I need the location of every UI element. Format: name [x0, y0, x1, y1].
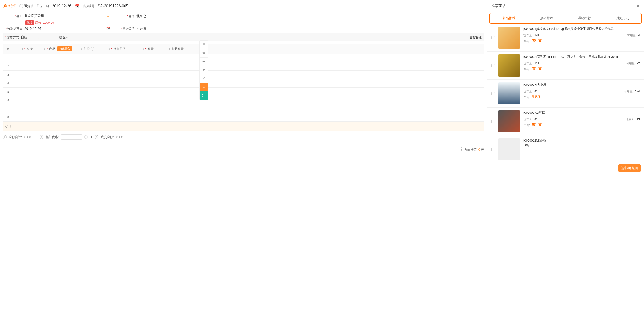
col-warehouse-label: 仓库 — [27, 47, 33, 51]
warehouse-input[interactable]: 北京仓 — [136, 13, 164, 19]
radio-sales-label: 销货单 — [8, 4, 17, 8]
minus-icon: — — [34, 135, 37, 139]
tab-0[interactable]: 新品推荐 — [490, 13, 528, 23]
invoice-type-input[interactable]: 不开票 — [136, 26, 164, 32]
calendar-icon[interactable]: 📅 — [106, 27, 111, 31]
checkbox[interactable] — [491, 92, 495, 95]
help-icon[interactable]: ? — [84, 135, 88, 139]
product-item[interactable]: [0000001]华美华夫软饼1200g 糕点零食小吃手撕面包早餐休闲食品 现存… — [487, 24, 644, 52]
tab-1[interactable]: 热销推荐 — [528, 13, 566, 23]
rail-yen-icon[interactable]: ¥ — [200, 74, 208, 83]
date-label: 单据日期 — [36, 4, 49, 8]
checkbox[interactable] — [491, 148, 495, 151]
col-price-label: 单价 — [84, 47, 90, 51]
stock-label: 现存量:111 — [524, 62, 539, 66]
product-name: [00000071]草莓 — [524, 110, 640, 115]
price-value: 90.00 — [532, 67, 542, 71]
col-product[interactable]: ▲▼ *商品 扫码录入 — [41, 44, 75, 54]
product-item[interactable]: [0000002]费列罗（FERRERO）巧克力礼盒装生日礼物礼盒装01-300… — [487, 52, 644, 80]
footer-line: ◎ 商品种类: 0 种 — [3, 147, 484, 151]
product-thumbnail — [498, 55, 520, 77]
tab-2[interactable]: 滞销推荐 — [566, 13, 604, 23]
rail-star-icon[interactable]: ☆ — [200, 83, 208, 91]
col-unit[interactable]: ▲▼ *销售单位 — [100, 44, 134, 54]
checkbox[interactable] — [491, 120, 495, 123]
customer-more-icon[interactable]: ••• — [107, 14, 111, 18]
warehouse-label: 仓库 — [128, 14, 134, 18]
settle-badge: 现结 — [25, 21, 34, 25]
rail-swap-icon[interactable]: ⇆ — [200, 58, 208, 66]
date-value[interactable]: 2019-12-26 — [52, 4, 71, 8]
price-row: 单价:90.00 — [524, 67, 640, 71]
sort-icon: ▲▼ — [21, 48, 23, 51]
checkbox[interactable] — [491, 64, 495, 67]
avail-value: 274 — [635, 90, 640, 93]
tab-underline — [492, 23, 527, 24]
picker-label: 提货人 — [59, 35, 68, 40]
gear-icon[interactable]: ⚙ — [6, 47, 10, 51]
equals-icon: = — [90, 135, 92, 139]
deal-label: 成交金额: — [101, 135, 114, 139]
table-row[interactable]: 2 — [3, 62, 484, 71]
col-price[interactable]: ▲▼ 单价 ? — [75, 44, 100, 54]
avail-value: 4 — [638, 34, 640, 37]
customer-input[interactable]: 新盛商贸公司 — [24, 13, 107, 19]
kinds-suffix: 种 — [481, 147, 484, 151]
total-label: 金额合计: — [9, 135, 22, 139]
deal-icon: ⊛ — [95, 135, 98, 139]
product-item[interactable]: [0000007]火龙果 现存量:410 可用量:274 单价:5.50 — [487, 80, 644, 108]
select-return-button[interactable]: 选中(0) 返回 — [618, 164, 641, 172]
delivery-method-select[interactable]: 自提 ⌄ — [21, 35, 40, 40]
price-row: 单价:38.00 — [524, 39, 640, 44]
calendar-icon[interactable]: 📅 — [74, 4, 79, 8]
yen-icon: ¥ — [3, 135, 6, 139]
rail-discount-icon[interactable]: ⊘ — [200, 66, 208, 74]
product-thumbnail — [498, 110, 520, 132]
form-header: 销货单 退货单 单据日期 2019-12-26 📅 单据编号 SA-201912… — [3, 2, 484, 10]
col-pkg-label: 包装数量 — [172, 47, 184, 51]
doc-no-label: 单据编号 — [82, 4, 94, 8]
panel-title: 推荐商品 — [491, 4, 506, 8]
radio-sales-order[interactable]: 销货单 — [3, 4, 17, 8]
due-date-input[interactable]: 2019-12-26 — [24, 26, 106, 32]
table-row[interactable]: 7 — [3, 105, 484, 113]
doc-type-radio-group: 销货单 退货单 — [3, 4, 33, 8]
rail-link-icon[interactable]: ⌘ — [200, 49, 208, 58]
checkbox[interactable] — [491, 36, 495, 40]
rail-expand-icon[interactable]: ⛶ — [200, 91, 208, 100]
avail-label: 可用量:13 — [626, 117, 640, 121]
table-row[interactable]: 6 — [3, 96, 484, 105]
avail-label: 可用量:274 — [624, 90, 640, 94]
table-row[interactable]: 8 — [3, 113, 484, 121]
chevron-down-icon: ⌄ — [37, 36, 40, 39]
table-row[interactable]: 4 — [3, 79, 484, 88]
help-icon[interactable]: ? — [91, 47, 94, 51]
col-pkg[interactable]: ▲▼ 包装数量 — [162, 44, 190, 54]
close-icon[interactable]: ✕ — [636, 3, 640, 9]
total-value: 0.00 — [24, 135, 31, 139]
product-item[interactable]: [00000071]草莓 现存量:41 可用量:13 单价:60.00 — [487, 108, 644, 135]
price-value: 5.50 — [532, 94, 540, 99]
product-item[interactable]: [0000012]水晶梨50斤 — [487, 135, 644, 162]
sort-icon: ▲▼ — [44, 48, 46, 51]
discount-input[interactable] — [61, 134, 82, 140]
price-value: 60.00 — [532, 122, 542, 127]
rail-doc-icon[interactable]: ☰ — [200, 41, 208, 49]
stock-label: 现存量:141 — [524, 34, 539, 38]
table-row[interactable]: 5 — [3, 88, 484, 96]
avail-value: -2 — [637, 62, 640, 65]
scan-button[interactable]: 扫码录入 — [57, 47, 72, 52]
sort-icon: ▲▼ — [81, 48, 83, 51]
radio-return-label: 退货单 — [24, 4, 33, 8]
tab-3[interactable]: 浏览历史 — [604, 13, 641, 23]
col-qty[interactable]: ▲▼ *数量 — [134, 44, 162, 54]
table-row[interactable]: 3 — [3, 71, 484, 79]
table-row[interactable]: 1 — [3, 54, 484, 62]
radio-checked-icon — [3, 4, 6, 8]
col-unit-label: 销售单位 — [114, 47, 126, 51]
stock-value: 41 — [534, 118, 538, 121]
delivery-method-label: 交货方式 — [7, 36, 19, 39]
col-warehouse[interactable]: ▲▼ *仓库 — [13, 44, 41, 54]
radio-return-order[interactable]: 退货单 — [20, 4, 33, 8]
doc-no-value: SA-20191226-005 — [98, 4, 128, 8]
